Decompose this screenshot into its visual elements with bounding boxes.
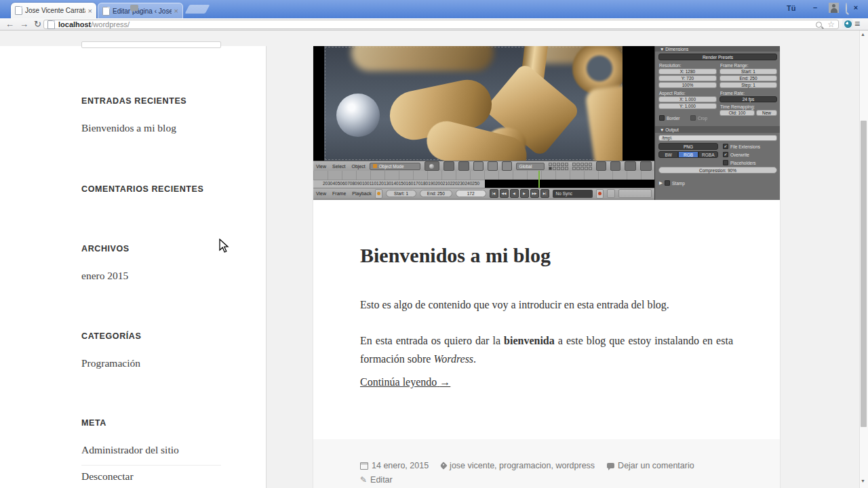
layers-grid[interactable] xyxy=(572,163,592,170)
lock-icon-button[interactable] xyxy=(596,161,606,171)
frame-step-setting[interactable]: Step: 1 xyxy=(719,82,777,88)
crop-checkbox[interactable]: Crop xyxy=(690,115,707,121)
shading-sphere-icon xyxy=(429,164,434,169)
fps-dropdown[interactable]: 24 fps xyxy=(719,96,777,102)
reload-button[interactable]: ↻ xyxy=(34,19,41,30)
post-tags[interactable]: jose vicente, programacion, wordpress xyxy=(441,461,595,470)
timeline-menu-item[interactable]: Frame xyxy=(332,191,346,196)
timeline-menu-item[interactable]: View xyxy=(316,191,326,196)
zoom-icon[interactable] xyxy=(816,22,822,28)
current-frame-field[interactable]: 172 xyxy=(456,190,486,197)
placeholders-checkbox[interactable]: Placeholders xyxy=(723,160,756,165)
remap-new-field[interactable]: New xyxy=(756,110,777,116)
stamp-section-header[interactable]: ▶ Stamp xyxy=(659,180,685,186)
playback-button[interactable]: ▶ xyxy=(520,189,529,198)
render-presets-dropdown[interactable]: Render Presets xyxy=(658,54,777,60)
viewport-shading-button[interactable] xyxy=(425,161,439,171)
sidebar-search-input[interactable] xyxy=(81,41,221,48)
timeline-playhead[interactable] xyxy=(538,171,540,188)
frame-end-setting[interactable]: End: 250 xyxy=(719,75,777,81)
file-format-dropdown[interactable]: PNG xyxy=(658,143,718,150)
playback-button[interactable]: ▶▶ xyxy=(530,189,539,198)
tab-close-icon[interactable]: × xyxy=(88,7,92,14)
viewport-icon-button[interactable] xyxy=(458,161,469,171)
timeline-menu-item[interactable]: Playback xyxy=(352,191,371,196)
bw-button[interactable]: BW xyxy=(658,151,678,158)
viewport-menu-item[interactable]: Select xyxy=(332,164,345,169)
sidebar-link[interactable]: Bienvenidos a mi blog xyxy=(81,122,221,134)
frame-start-field[interactable]: Start: 1 xyxy=(386,190,416,197)
tab-close-icon[interactable]: × xyxy=(174,7,178,14)
tab-title: Editar página ‹ Jose Vicente xyxy=(113,7,172,15)
playback-button[interactable]: ◀ xyxy=(510,189,519,198)
viewport-menu-item[interactable]: Object xyxy=(352,164,366,169)
admin-search-button[interactable] xyxy=(846,3,847,13)
back-button[interactable]: ← xyxy=(5,19,14,30)
playback-button[interactable]: |◀ xyxy=(490,189,498,198)
featured-image[interactable]: ViewSelectObject Object Mode Global xyxy=(313,46,780,200)
post-date[interactable]: 14 enero, 2015 xyxy=(360,461,429,470)
orientation-dropdown[interactable]: Global xyxy=(516,163,545,170)
scrollbar-up-arrow[interactable]: ▲ xyxy=(861,32,865,37)
window-close-button[interactable]: × xyxy=(848,2,864,13)
record-button[interactable] xyxy=(596,189,604,199)
manipulator-rotate-icon[interactable] xyxy=(488,161,498,171)
playback-button[interactable]: ◀◀ xyxy=(500,189,509,198)
bookmark-star-icon[interactable]: ☆ xyxy=(827,21,835,28)
window-minimize-button[interactable]: – xyxy=(807,2,823,13)
layers-grid[interactable] xyxy=(549,163,568,170)
output-path-field[interactable]: /tmp\ xyxy=(658,135,777,141)
resolution-percent-field[interactable]: 100% xyxy=(658,82,717,88)
browser-tab-inactive[interactable]: Editar página ‹ Jose Vicente × xyxy=(98,3,183,18)
aspect-x-field[interactable]: X: 1.000 xyxy=(658,96,717,102)
sync-dropdown[interactable]: No Sync xyxy=(553,190,593,198)
viewport-menu-item[interactable]: View xyxy=(316,164,326,169)
sidebar-link[interactable]: Desconectar xyxy=(81,470,221,488)
resolution-y-field[interactable]: Y: 720 xyxy=(658,75,717,81)
object-mode-dropdown[interactable]: Object Mode xyxy=(370,163,420,170)
manipulator-scale-icon[interactable] xyxy=(502,161,512,171)
new-tab-button[interactable] xyxy=(185,5,210,14)
address-bar[interactable]: localhost/wordpress/ ☆ xyxy=(43,20,839,29)
sidebar-link[interactable]: Administrador del sitio xyxy=(81,444,221,466)
post-comments-link[interactable]: Dejar un comentario xyxy=(607,461,694,470)
snap-icon-button[interactable] xyxy=(610,161,620,171)
post-card: ViewSelectObject Object Mode Global xyxy=(313,46,780,488)
browser-tab-active[interactable]: Jose Vicente Carratala | Otr × xyxy=(11,3,96,18)
rgba-button[interactable]: RGBA xyxy=(698,151,718,158)
output-section-header[interactable]: ▼ Output xyxy=(655,126,780,133)
overwrite-checkbox[interactable]: ✓ Overwrite xyxy=(723,152,749,157)
rgb-button[interactable]: RGB xyxy=(678,151,698,158)
scrollbar-down-arrow[interactable]: ▼ xyxy=(861,479,865,483)
forward-button[interactable]: → xyxy=(20,19,28,30)
file-extensions-checkbox[interactable]: ✓ File Extensions xyxy=(723,144,760,149)
frame-end-field[interactable]: End: 250 xyxy=(420,190,452,197)
browser-extension-button[interactable] xyxy=(842,19,853,29)
time-remapping-label: Time Remapping: xyxy=(720,104,755,109)
compression-slider[interactable]: Compression: 90% xyxy=(658,167,777,174)
playback-button[interactable]: ▶| xyxy=(540,189,549,198)
scrollbar-thumb[interactable] xyxy=(861,121,867,427)
post-title[interactable]: Bienvenidos a mi blog xyxy=(360,244,551,267)
resolution-x-field[interactable]: X: 1280 xyxy=(658,68,717,75)
gold-peg-shape xyxy=(585,84,623,161)
manipulator-translate-icon[interactable] xyxy=(473,161,484,171)
border-checkbox[interactable]: Border xyxy=(659,115,680,121)
browser-menu-button[interactable]: ≡ xyxy=(854,19,860,29)
render-image-button[interactable] xyxy=(625,161,636,171)
remap-old-field[interactable]: Old: 100 xyxy=(719,110,755,116)
time-icon-button[interactable] xyxy=(375,189,383,199)
timeline-keyframe-strip[interactable] xyxy=(313,171,654,180)
aspect-y-field[interactable]: Y: 1.000 xyxy=(658,103,717,109)
keying-set-field[interactable] xyxy=(607,189,615,198)
sidebar-link[interactable]: Programación xyxy=(81,357,221,369)
user-avatar[interactable] xyxy=(829,3,839,13)
post-edit-link[interactable]: ✎ Editar xyxy=(360,475,393,485)
read-more-link[interactable]: Continúa leyendo → xyxy=(360,376,450,388)
frame-start-setting[interactable]: Start: 1 xyxy=(719,68,777,75)
viewport-icon-button[interactable] xyxy=(443,161,454,171)
keying-set-field[interactable] xyxy=(618,189,652,198)
sidebar-link[interactable]: enero 2015 xyxy=(81,270,221,282)
render-anim-button[interactable] xyxy=(640,161,652,171)
dimensions-section-header[interactable]: ▼ Dimensions xyxy=(655,46,780,52)
